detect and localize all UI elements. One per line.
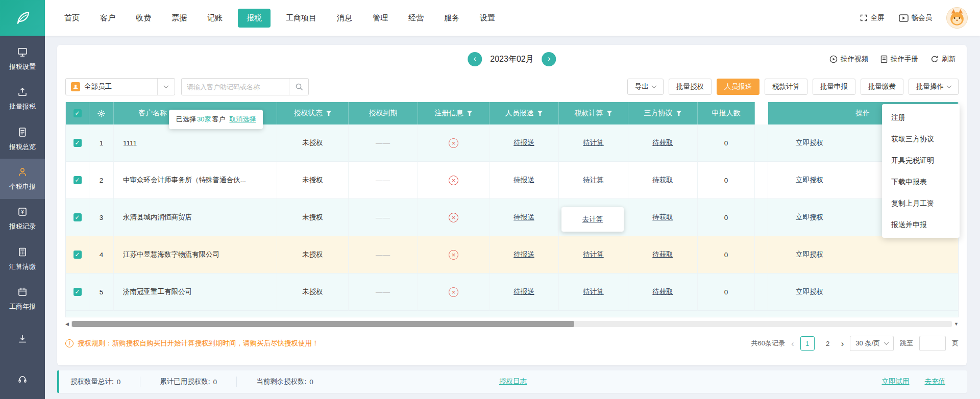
authorize-now-link[interactable]: 立即授权 [796, 250, 823, 259]
user-avatar[interactable] [946, 7, 968, 29]
menu-item-get-agreement[interactable]: 获取三方协议 [882, 128, 960, 149]
menu-item-tax-certificate[interactable]: 开具完税证明 [882, 149, 960, 171]
refresh-link[interactable]: 刷新 [930, 55, 955, 64]
app-logo[interactable] [0, 0, 45, 36]
filter-funnel-icon[interactable] [537, 111, 543, 116]
personnel-report-link[interactable]: 待报送 [513, 213, 534, 222]
menu-item-register[interactable]: 注册 [882, 107, 960, 128]
column-settings-cell[interactable] [89, 102, 114, 124]
sidebar-item-annual-report[interactable]: 工商年报 [0, 279, 45, 319]
row-checkbox[interactable]: ✓ [74, 251, 82, 259]
header-agreement[interactable]: 三方协议 [628, 102, 698, 124]
sidebar-item-personal-tax[interactable]: 个税申报 [0, 159, 45, 198]
page-size-select[interactable]: 30 条/页 [850, 336, 894, 351]
personnel-report-link[interactable]: 待报送 [513, 138, 534, 147]
jump-page-input[interactable] [919, 336, 946, 351]
next-month-button[interactable]: › [542, 52, 556, 66]
manual-link[interactable]: 操作手册 [880, 55, 918, 64]
header-personnel-report[interactable]: 人员报送 [489, 102, 559, 124]
next-page-arrow[interactable]: › [841, 339, 844, 348]
sidebar-item-tax-records[interactable]: ¥ 报税记录 [0, 199, 45, 239]
error-circle-icon[interactable]: × [449, 287, 458, 297]
nav-item-business-projects[interactable]: 工商项目 [276, 0, 327, 36]
agreement-link[interactable]: 待获取 [652, 250, 673, 259]
nav-item-management[interactable]: 管理 [362, 0, 398, 36]
row-checkbox[interactable]: ✓ [74, 176, 82, 184]
nav-item-tax-filing[interactable]: 报税 [238, 9, 271, 28]
filter-funnel-icon[interactable] [607, 111, 612, 116]
agreement-link[interactable]: 待获取 [652, 213, 673, 222]
batch-declare-button[interactable]: 批量申报 [813, 79, 855, 95]
filter-funnel-icon[interactable] [326, 111, 332, 116]
nav-item-customers[interactable]: 客户 [90, 0, 126, 36]
page-number-1[interactable]: 1 [800, 336, 815, 351]
prev-month-button[interactable]: ‹ [468, 52, 482, 66]
sidebar-item-download[interactable] [0, 319, 45, 359]
authorize-now-link[interactable]: 立即授权 [796, 176, 823, 185]
filter-funnel-icon[interactable] [467, 111, 473, 116]
authorize-now-link[interactable]: 立即授权 [796, 213, 823, 222]
recharge-link[interactable]: 去充值 [925, 377, 946, 386]
sidebar-item-support[interactable] [0, 359, 45, 399]
personnel-report-link[interactable]: 待报送 [513, 287, 534, 296]
page-number-2[interactable]: 2 [821, 336, 835, 351]
nav-item-services[interactable]: 服务 [434, 0, 470, 36]
personnel-report-link[interactable]: 待报送 [513, 250, 534, 259]
tax-calc-link[interactable]: 待计算 [583, 176, 604, 185]
tax-calculate-button[interactable]: 税款计算 [765, 79, 807, 95]
sidebar-item-tax-overview[interactable]: 报税总览 [0, 119, 45, 159]
agreement-link[interactable]: 待获取 [652, 138, 673, 147]
header-declare-count[interactable]: 申报人数 [698, 102, 755, 124]
sidebar-item-batch-tax[interactable]: 批量报税 [0, 79, 45, 118]
search-button[interactable] [289, 79, 308, 95]
select-all-checkbox[interactable]: ✓ [74, 109, 82, 117]
menu-item-download-form[interactable]: 下载申报表 [882, 171, 960, 192]
scroll-left-arrow[interactable]: ◀ [65, 322, 69, 327]
authorize-now-link[interactable]: 立即授权 [796, 287, 823, 296]
error-circle-icon[interactable]: × [449, 213, 458, 222]
agreement-link[interactable]: 待获取 [652, 287, 673, 296]
employee-select[interactable]: 全部员工 [65, 78, 175, 95]
nav-item-home[interactable]: 首页 [54, 0, 90, 36]
agreement-link[interactable]: 待获取 [652, 176, 673, 185]
header-tax-calc[interactable]: 税款计算 [559, 102, 628, 124]
member-button[interactable]: 畅会员 [899, 13, 933, 22]
row-checkbox[interactable]: ✓ [74, 213, 82, 221]
sidebar-item-final-settlement[interactable]: 汇算清缴 [0, 239, 45, 279]
personnel-submit-button[interactable]: 人员报送 [717, 79, 760, 95]
nav-item-bookkeeping[interactable]: 记账 [197, 0, 233, 36]
header-auth-expire[interactable]: 授权到期 [349, 102, 418, 124]
tax-calc-link[interactable]: 待计算 [583, 287, 604, 296]
export-button[interactable]: 导出 [627, 79, 664, 95]
header-registration[interactable]: 注册信息 [418, 102, 489, 124]
sidebar-item-tax-settings[interactable]: 报税设置 [0, 39, 45, 79]
video-guide-link[interactable]: 操作视频 [829, 55, 868, 64]
row-checkbox[interactable]: ✓ [74, 139, 82, 147]
authorize-now-link[interactable]: 立即授权 [796, 138, 823, 147]
batch-pay-button[interactable]: 批量缴费 [861, 79, 903, 95]
scroll-down-arrow[interactable]: ▼ [954, 322, 959, 327]
filter-funnel-icon[interactable] [676, 111, 682, 116]
scrollbar-track[interactable] [71, 321, 952, 327]
prev-page-arrow[interactable]: ‹ [791, 339, 794, 348]
auth-log-link[interactable]: 授权日志 [499, 377, 527, 386]
batch-authorize-button[interactable]: 批量授权 [669, 79, 712, 95]
header-auth-status[interactable]: 授权状态 [277, 102, 349, 124]
search-input[interactable] [182, 83, 289, 91]
error-circle-icon[interactable]: × [449, 138, 458, 148]
tax-calc-link[interactable]: 待计算 [583, 250, 604, 259]
row-checkbox[interactable]: ✓ [74, 288, 82, 296]
menu-item-submit-declare[interactable]: 报送并申报 [882, 214, 960, 235]
nav-item-messages[interactable]: 消息 [327, 0, 362, 36]
menu-item-copy-salary[interactable]: 复制上月工资 [882, 192, 960, 214]
error-circle-icon[interactable]: × [449, 250, 458, 260]
nav-item-settings[interactable]: 设置 [470, 0, 505, 36]
nav-item-invoices[interactable]: 票据 [161, 0, 197, 36]
nav-item-billing[interactable]: 收费 [126, 0, 161, 36]
error-circle-icon[interactable]: × [449, 176, 458, 185]
personnel-report-link[interactable]: 待报送 [513, 176, 534, 185]
scrollbar-thumb[interactable] [72, 321, 574, 327]
trial-link[interactable]: 立即试用 [882, 377, 910, 386]
go-calculate-link[interactable]: 去计算 [582, 215, 603, 224]
deselect-all-link[interactable]: 取消选择 [229, 115, 256, 124]
